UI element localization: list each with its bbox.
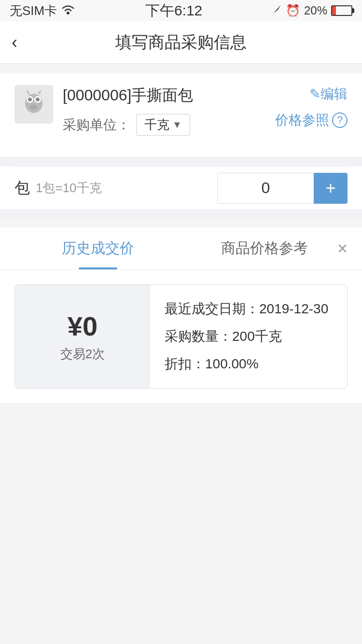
price-value: ¥0 [68, 310, 97, 342]
tab-history-price-label: 历史成交价 [62, 238, 134, 258]
page-title: 填写商品采购信息 [115, 31, 247, 54]
price-ref-button[interactable]: 价格参照 ? [275, 111, 348, 129]
product-thumbnail [14, 85, 53, 124]
price-purchase-qty-row: 采购数量：200千克 [165, 327, 333, 346]
product-card: [0000006]手撕面包 采购单位： 千克 ▼ ✎编辑 价格参照 ? [0, 73, 362, 157]
product-info: [0000006]手撕面包 采购单位： 千克 ▼ [63, 85, 193, 136]
quantity-input[interactable] [217, 173, 314, 204]
dropdown-arrow-icon: ▼ [172, 119, 182, 130]
battery-icon [331, 5, 352, 16]
quantity-row: 包 1包=10千克 + [14, 167, 348, 209]
purchase-qty-value: 200千克 [232, 329, 282, 344]
separator-1 [0, 157, 362, 166]
tabs-header: 历史成交价 商品价格参考 × [0, 227, 362, 270]
tab-product-price-ref[interactable]: 商品价格参考 [181, 227, 348, 269]
product-unit-row: 采购单位： 千克 ▼ [63, 114, 193, 136]
gps-icon [272, 4, 282, 17]
svg-point-0 [67, 12, 70, 14]
alarm-icon: ⏰ [286, 4, 300, 17]
discount-value: 100.00% [205, 356, 259, 371]
product-header: [0000006]手撕面包 采购单位： 千克 ▼ ✎编辑 价格参照 ? [14, 85, 348, 136]
product-right-col: ✎编辑 价格参照 ? [275, 85, 348, 129]
price-card-container: ¥0 交易2次 最近成交日期：2019-12-30 采购数量：200千克 折扣：… [0, 270, 362, 403]
nav-bar: ‹ 填写商品采购信息 [0, 21, 362, 64]
svg-marker-8 [38, 90, 42, 95]
back-button[interactable]: ‹ [12, 32, 17, 53]
status-left: 无SIM卡 [10, 2, 75, 19]
svg-marker-7 [26, 90, 30, 95]
separator-2 [0, 209, 362, 218]
status-right: ⏰ 20% [272, 4, 352, 17]
unit-select[interactable]: 千克 ▼ [136, 114, 190, 136]
price-trades: 交易2次 [60, 346, 105, 363]
svg-point-4 [28, 98, 32, 101]
recent-date-value: 2019-12-30 [259, 301, 328, 316]
battery-percent: 20% [304, 4, 327, 17]
quantity-plus-button[interactable]: + [314, 173, 348, 204]
product-left: [0000006]手撕面包 采购单位： 千克 ▼ [14, 85, 193, 136]
purchase-qty-label: 采购数量： [165, 329, 232, 344]
plus-icon: + [325, 178, 335, 198]
tab-history-price[interactable]: 历史成交价 [14, 227, 181, 269]
price-currency: ¥ [68, 311, 83, 341]
price-discount-row: 折扣：100.00% [165, 354, 333, 373]
price-card: ¥0 交易2次 最近成交日期：2019-12-30 采购数量：200千克 折扣：… [14, 284, 348, 389]
price-number: 0 [83, 311, 97, 341]
status-time: 下午6:12 [145, 1, 202, 21]
tabs-container: 历史成交价 商品价格参考 × ¥0 交易2次 最近成交日期：2019-12-30… [0, 227, 362, 403]
quantity-controls: + [217, 173, 348, 204]
help-icon: ? [332, 112, 348, 128]
price-recent-date-row: 最近成交日期：2019-12-30 [165, 299, 333, 318]
carrier-text: 无SIM卡 [10, 2, 57, 19]
pkg-note: 1包=10千克 [36, 180, 102, 196]
svg-point-6 [30, 105, 38, 110]
tab-product-price-ref-label: 商品价格参考 [221, 238, 308, 258]
price-card-right: 最近成交日期：2019-12-30 采购数量：200千克 折扣：100.00% [150, 285, 347, 388]
price-card-left: ¥0 交易2次 [15, 285, 150, 388]
edit-button[interactable]: ✎编辑 [309, 85, 348, 103]
product-name: [0000006]手撕面包 [63, 85, 193, 106]
svg-point-1 [25, 94, 42, 113]
unit-value: 千克 [144, 116, 169, 133]
quantity-section: 包 1包=10千克 + [0, 167, 362, 209]
price-ref-label: 价格参照 [275, 111, 329, 129]
product-image-icon [19, 88, 48, 121]
status-bar: 无SIM卡 下午6:12 ⏰ 20% [0, 0, 362, 21]
quantity-label: 包 1包=10千克 [14, 178, 102, 199]
tab-close-button[interactable]: × [337, 238, 348, 259]
recent-date-label: 最近成交日期： [165, 301, 259, 316]
wifi-icon [61, 3, 75, 18]
tab-active-underline [79, 267, 117, 269]
unit-label: 采购单位： [63, 116, 130, 134]
pkg-label: 包 [14, 178, 30, 199]
discount-label: 折扣： [165, 356, 205, 371]
svg-point-5 [36, 98, 40, 101]
